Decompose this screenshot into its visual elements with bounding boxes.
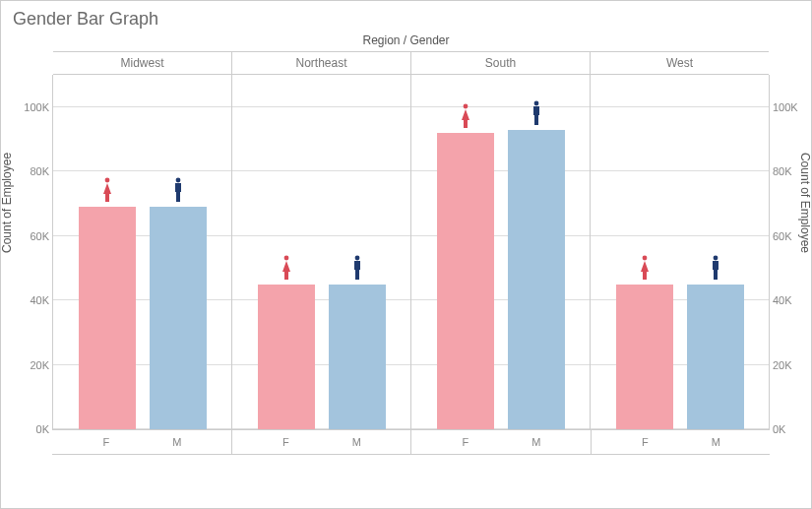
y-tick: 60K [769,230,808,242]
y-tick: 80K [769,165,808,177]
chart-title: Gender Bar Graph [1,1,811,33]
x-tick-male: M [149,436,206,448]
region-header: Northeast [232,52,411,74]
y-tick: 0K [14,423,53,435]
x-tick-female: F [437,436,494,448]
x-tick-female: F [78,436,135,448]
chart-panel [591,75,769,429]
female-icon [279,255,294,281]
y-tick: 100K [769,101,808,113]
x-tick-male: M [687,436,744,448]
x-axis-labels: FMFMFMFM [52,429,770,455]
y-axis-right: 0K20K40K60K80K100K [769,75,808,429]
female-icon [458,103,473,129]
chart-panel [53,75,232,429]
y-axis-label-left: Count of Employee [0,153,14,253]
y-tick: 80K [14,165,53,177]
x-tick-female: F [257,436,314,448]
bar-female[interactable] [79,207,136,429]
y-tick: 60K [14,230,53,242]
y-tick: 40K [14,294,53,306]
x-label-group: FM [232,430,412,454]
chart-panel [232,75,411,429]
region-headers: MidwestNortheastSouthWest [53,51,769,75]
y-tick: 0K [769,423,808,435]
female-icon [99,177,115,203]
male-icon [170,177,186,203]
bar-male[interactable] [150,207,207,429]
chart-panel [411,75,591,429]
y-tick: 100K [14,101,53,113]
x-label-group: FM [592,430,771,454]
male-icon [529,100,544,126]
y-tick: 40K [769,294,808,306]
x-tick-female: F [616,436,673,448]
bar-female[interactable] [258,285,315,429]
y-tick: 20K [14,359,53,371]
bar-male[interactable] [687,285,744,429]
x-tick-male: M [328,436,385,448]
region-header: South [411,52,591,74]
region-header: Midwest [53,52,232,74]
x-tick-male: M [508,436,565,448]
x-label-group: FM [411,430,592,454]
y-tick: 20K [769,359,808,371]
bar-male[interactable] [508,130,565,429]
y-axis-left: 0K20K40K60K80K100K [14,75,53,429]
bar-male[interactable] [329,285,386,429]
male-icon [349,255,365,281]
bar-female[interactable] [437,133,494,429]
male-icon [708,255,723,281]
plot-area: 0K20K40K60K80K100K 0K20K40K60K80K100K [52,75,770,429]
x-label-group: FM [52,430,232,454]
axis-title-top: Region / Gender [1,33,811,51]
female-icon [637,255,653,281]
region-header: West [591,52,769,74]
bar-female[interactable] [616,285,673,429]
